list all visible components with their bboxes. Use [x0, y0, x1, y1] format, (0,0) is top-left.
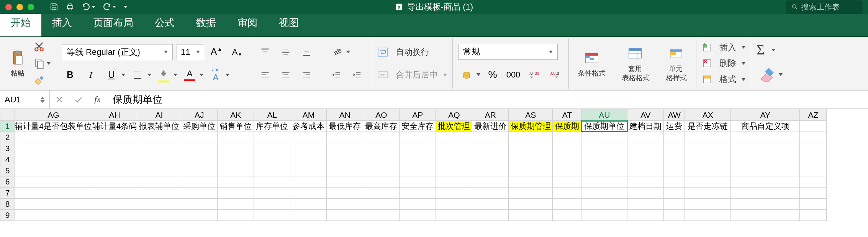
cell-AT7[interactable] [553, 188, 581, 199]
col-header-AG[interactable]: AG [15, 109, 92, 121]
cell-AV8[interactable] [627, 199, 664, 210]
cell-AO5[interactable] [363, 165, 400, 176]
currency-button[interactable] [458, 66, 480, 83]
cell-AO7[interactable] [363, 188, 400, 199]
cell-AI3[interactable] [137, 143, 181, 154]
cell-AW4[interactable] [664, 154, 685, 165]
cell-AW5[interactable] [664, 165, 685, 176]
col-header-AX[interactable]: AX [685, 109, 731, 121]
cell-AH5[interactable] [92, 165, 137, 176]
col-header-AM[interactable]: AM [290, 109, 327, 121]
cell-AP5[interactable] [400, 165, 436, 176]
increase-decimal-button[interactable]: .0.00 [526, 66, 542, 83]
cell-AV9[interactable] [627, 210, 664, 221]
qat-save-button[interactable] [49, 2, 59, 12]
cell-AW2[interactable] [664, 132, 685, 143]
cell-AK9[interactable] [218, 210, 254, 221]
font-size-combo[interactable]: 11 [177, 44, 204, 60]
cell-AS7[interactable] [509, 188, 553, 199]
maximize-window-button[interactable] [28, 4, 34, 10]
cell-AZ5[interactable] [800, 165, 827, 176]
cell-AP8[interactable] [400, 199, 436, 210]
cell-AJ8[interactable] [181, 199, 218, 210]
cell-AK2[interactable] [218, 132, 254, 143]
enter-formula-button[interactable] [69, 95, 88, 104]
cell-AL9[interactable] [254, 210, 290, 221]
italic-button[interactable]: I [82, 66, 99, 83]
cell-AX5[interactable] [685, 165, 731, 176]
cell-AY3[interactable] [731, 143, 800, 154]
cell-AV6[interactable] [627, 176, 664, 188]
cell-AO2[interactable] [363, 132, 400, 143]
increase-indent-button[interactable] [349, 66, 365, 83]
border-button[interactable] [129, 66, 151, 83]
cell-AZ4[interactable] [800, 154, 827, 165]
cell-AW1[interactable]: 运费 [664, 121, 685, 132]
cell-AW8[interactable] [664, 199, 685, 210]
row-header-5[interactable]: 5 [0, 165, 15, 176]
cell-AP2[interactable] [400, 132, 436, 143]
tab-审阅[interactable]: 审阅 [227, 11, 268, 36]
align-left-button[interactable] [257, 66, 274, 83]
cell-AP6[interactable] [400, 176, 436, 188]
cell-AN4[interactable] [327, 154, 363, 165]
cell-AN5[interactable] [327, 165, 363, 176]
cell-AR3[interactable] [472, 143, 509, 154]
align-top-button[interactable] [257, 44, 274, 61]
cell-AO1[interactable]: 最高库存 [363, 121, 400, 132]
cell-AQ6[interactable] [436, 176, 472, 188]
qat-customize-button[interactable] [123, 6, 128, 8]
underline-button[interactable]: U [103, 66, 125, 83]
cell-AG3[interactable] [15, 143, 92, 154]
align-center-button[interactable] [277, 66, 294, 83]
cell-AR2[interactable] [472, 132, 509, 143]
col-header-AS[interactable]: AS [509, 109, 553, 121]
cell-AV3[interactable] [627, 143, 664, 154]
cell-AI5[interactable] [137, 165, 181, 176]
col-header-AY[interactable]: AY [731, 109, 800, 121]
tab-数据[interactable]: 数据 [185, 11, 227, 36]
cell-AS2[interactable] [509, 132, 553, 143]
cell-AO9[interactable] [363, 210, 400, 221]
cell-AR1[interactable]: 最新进价 [472, 121, 509, 132]
col-header-AT[interactable]: AT [553, 109, 581, 121]
fill-color-button[interactable] [155, 66, 177, 83]
col-header-AW[interactable]: AW [664, 109, 685, 121]
cell-AS9[interactable] [509, 210, 553, 221]
cell-AS6[interactable] [509, 176, 553, 188]
cell-AR5[interactable] [472, 165, 509, 176]
qat-undo-button[interactable] [82, 2, 95, 12]
wrap-text-button[interactable]: 自动换行 [377, 46, 447, 58]
cell-AV2[interactable] [627, 132, 664, 143]
cell-AU8[interactable] [581, 199, 627, 210]
cell-AY7[interactable] [731, 188, 800, 199]
cell-AL4[interactable] [254, 154, 290, 165]
cell-AG7[interactable] [15, 188, 92, 199]
font-color-button[interactable]: A [181, 66, 203, 83]
cell-AZ3[interactable] [800, 143, 827, 154]
cell-AH8[interactable] [92, 199, 137, 210]
cell-AJ6[interactable] [181, 176, 218, 188]
cell-AP7[interactable] [400, 188, 436, 199]
clear-button[interactable] [757, 64, 783, 85]
cell-AI8[interactable] [137, 199, 181, 210]
cell-AL3[interactable] [254, 143, 290, 154]
cell-AU1[interactable]: 保质期单位 [581, 121, 627, 132]
cell-AW7[interactable] [664, 188, 685, 199]
cell-AR8[interactable] [472, 199, 509, 210]
cell-AN8[interactable] [327, 199, 363, 210]
cell-AG6[interactable] [15, 176, 92, 188]
row-header-7[interactable]: 7 [0, 188, 15, 199]
comma-button[interactable]: 000 [505, 66, 522, 83]
cell-AV5[interactable] [627, 165, 664, 176]
cell-AI2[interactable] [137, 132, 181, 143]
cell-AU2[interactable] [581, 132, 627, 143]
cell-AV4[interactable] [627, 154, 664, 165]
cell-AL8[interactable] [254, 199, 290, 210]
fx-icon[interactable]: fx [88, 91, 107, 109]
conditional-format-button[interactable]: 条件格式 [574, 47, 609, 80]
cell-AX9[interactable] [685, 210, 731, 221]
decrease-indent-button[interactable] [328, 66, 345, 83]
cell-AI1[interactable]: 报表辅单位 [137, 121, 181, 132]
select-all-corner[interactable] [0, 109, 15, 121]
